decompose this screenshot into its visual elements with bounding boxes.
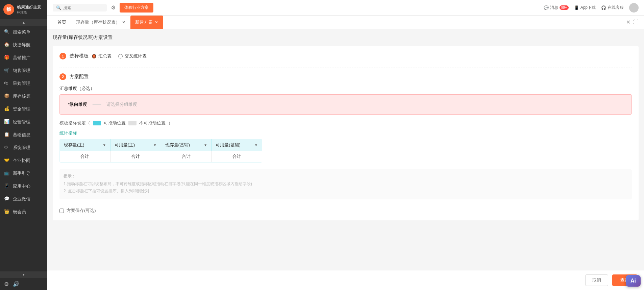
stats-col-0[interactable]: 现存量(主) ▼: [60, 139, 110, 151]
dimension-dash: ——: [93, 102, 101, 107]
step1-badge: 1: [59, 53, 66, 59]
step1-title: 选择模板: [70, 53, 89, 59]
stats-col-0-label: 现存量(主): [64, 142, 84, 148]
sidebar-item-system[interactable]: ⚙ 系统管理: [0, 141, 47, 154]
stats-col-1-label: 可用量(主): [115, 142, 135, 148]
dimension-vertical-label: *纵向维度: [68, 102, 87, 107]
settings-panel: 1 选择模板 汇总表 交叉统计表: [53, 46, 639, 220]
ai-button[interactable]: Ai: [626, 275, 641, 287]
message-icon: 💬: [544, 5, 549, 10]
sidebar-item-search-menu[interactable]: 🔍 搜索菜单: [0, 26, 47, 39]
search-box: 🔍: [53, 4, 107, 11]
member-icon: 👑: [4, 209, 10, 215]
settings-gear-icon[interactable]: ⚙: [111, 4, 116, 11]
stats-col-1-chevron[interactable]: ▼: [153, 143, 157, 147]
cancel-button[interactable]: 取消: [585, 274, 608, 286]
industry-solution-button[interactable]: 体验行业方案: [120, 3, 153, 13]
indicator-label: 模板指标设定（ 可拖动位置 不可拖动位置 ）: [59, 120, 632, 126]
page-title: 现存量(库存状况表)方案设置: [53, 34, 639, 41]
tabs-bar: 首页 现存量（库存状况表） ✕ 新建方案 ✕ ✕ ⛶: [47, 16, 644, 29]
phone-icon: 📱: [574, 5, 579, 10]
box-icon: 📦: [4, 93, 10, 99]
tab-inventory-close[interactable]: ✕: [122, 20, 125, 25]
stats-col-2-label: 现存量(基辅): [165, 142, 190, 148]
tab-new-plan-close[interactable]: ✕: [155, 20, 158, 25]
sidebar-item-inventory[interactable]: 📦 库存核算: [0, 90, 47, 103]
wechat-icon: 💬: [4, 196, 10, 202]
chart-icon: 📊: [4, 119, 10, 125]
sidebar-item-basic-info[interactable]: 📋 基础信息: [0, 128, 47, 141]
app-download-item[interactable]: 📱 App下载: [574, 5, 596, 10]
stats-section: 统计指标 现存量(主) ▼ 可用量(主) ▼: [59, 130, 632, 163]
radio-crosstab[interactable]: 交叉统计表: [118, 53, 147, 59]
sidebar-item-new-guide[interactable]: 📺 新手引导: [0, 167, 47, 180]
stats-col-2[interactable]: 现存量(基辅) ▼: [161, 139, 212, 151]
dimension-area[interactable]: *纵向维度 —— 请选择分组维度: [59, 94, 632, 115]
step2-badge: 2: [59, 73, 66, 80]
summary-dimension-label: 汇总维度（必选）: [59, 86, 632, 92]
tips-item-1: 2. 点击标题栏下拉可设置排序、插入列和删除列: [64, 188, 628, 194]
app-logo-icon: 畅: [3, 4, 14, 15]
sidebar-nav: 🔍 搜索菜单 🏠 快捷导航 🎁 营销推广 🛒 销售管理 🛍 采购管理 📦 库存核…: [0, 26, 47, 271]
search-input[interactable]: [63, 5, 103, 10]
tab-home[interactable]: 首页: [53, 16, 71, 29]
radio-summary-input[interactable]: [92, 54, 96, 58]
tab-inventory[interactable]: 现存量（库存状况表） ✕: [71, 16, 130, 29]
stats-col-3-chevron[interactable]: ▼: [254, 143, 258, 147]
gear-icon: ⚙: [4, 145, 10, 151]
sidebar-scroll-down[interactable]: ▼: [0, 271, 47, 278]
save-checkbox[interactable]: [59, 209, 64, 213]
window-close-icon[interactable]: ✕: [626, 19, 630, 25]
tips-section: 提示： 1.拖动标题栏可以调整布局，不可跨维度或指标区域拖动栏目字段(只能在同一…: [59, 169, 632, 199]
save-option: 方案保存(可选): [59, 208, 632, 214]
sidebar-item-operations[interactable]: 📊 经营管理: [0, 116, 47, 128]
step1-section: 1 选择模板 汇总表 交叉统计表: [59, 53, 632, 59]
search-icon: 🔍: [4, 29, 10, 35]
sidebar-item-wechat[interactable]: 💬 企业微信: [0, 193, 47, 206]
stats-col-0-chevron[interactable]: ▼: [103, 143, 106, 147]
apps-icon: 📱: [4, 183, 10, 189]
guide-icon: 📺: [4, 170, 10, 176]
window-expand-icon[interactable]: ⛶: [633, 19, 639, 25]
stats-label: 统计指标: [59, 130, 632, 136]
sidebar-item-quick-nav[interactable]: 🏠 快捷导航: [0, 39, 47, 51]
tab-new-plan[interactable]: 新建方案 ✕: [130, 16, 163, 29]
stats-cell-1: 合计: [110, 151, 161, 162]
message-item[interactable]: 💬 消息 99+: [544, 5, 569, 10]
non-draggable-badge: [128, 121, 137, 125]
summary-dimension-section: 汇总维度（必选） *纵向维度 —— 请选择分组维度: [59, 86, 632, 115]
stats-col-3-label: 可用量(基辅): [216, 142, 241, 148]
stats-col-3[interactable]: 可用量(基辅) ▼: [212, 139, 262, 151]
table-icon: 📋: [4, 132, 10, 138]
sidebar-item-cooperation[interactable]: 🤝 企业协同: [0, 154, 47, 167]
sidebar-logo-text: 畅康通好生意 标准版: [17, 4, 41, 15]
sidebar-scroll-up[interactable]: ▲: [0, 19, 47, 26]
step2-title: 方案配置: [70, 74, 89, 80]
sidebar-item-app-center[interactable]: 📱 应用中心: [0, 180, 47, 193]
settings-icon[interactable]: ⚙: [4, 281, 9, 287]
tips-title: 提示：: [64, 173, 628, 179]
online-support-item[interactable]: 🎧 在线客服: [601, 5, 624, 10]
sidebar-item-purchase[interactable]: 🛍 采购管理: [0, 77, 47, 90]
main-area: 🔍 ⚙ 体验行业方案 💬 消息 99+ 📱 App下载 🎧 在线客服 首页: [47, 0, 644, 290]
stats-table: 现存量(主) ▼ 可用量(主) ▼ 现存量(基辅) ▼: [59, 139, 262, 163]
sidebar-item-finance[interactable]: 💰 资金管理: [0, 103, 47, 116]
sidebar-item-membership[interactable]: 👑 畅会员: [0, 206, 47, 218]
step2-section: 2 方案配置 汇总维度（必选） *纵向维度 —— 请选择分组维度: [59, 73, 632, 199]
radio-summary[interactable]: 汇总表: [92, 53, 112, 59]
home-icon: 🏠: [4, 42, 10, 48]
radio-crosstab-input[interactable]: [118, 54, 123, 58]
sidebar-item-sales[interactable]: 🛒 销售管理: [0, 64, 47, 77]
sidebar-item-marketing[interactable]: 🎁 营销推广: [0, 51, 47, 64]
stats-cell-2: 合计: [161, 151, 212, 162]
cart-icon: 🛒: [4, 68, 10, 74]
message-badge: 99+: [560, 5, 569, 10]
stats-col-1[interactable]: 可用量(主) ▼: [110, 139, 161, 151]
headset-icon: 🎧: [601, 5, 606, 10]
user-avatar[interactable]: [629, 3, 639, 13]
speaker-icon[interactable]: 🔊: [13, 281, 20, 287]
stats-col-2-chevron[interactable]: ▼: [204, 143, 207, 147]
tips-item-0: 1.拖动标题栏可以调整布局，不可跨维度或指标区域拖动栏目字段(只能在同一维度或指…: [64, 181, 628, 187]
bottom-bar: 取消 查询: [47, 270, 644, 290]
topbar: 🔍 ⚙ 体验行业方案 💬 消息 99+ 📱 App下载 🎧 在线客服: [47, 0, 644, 16]
